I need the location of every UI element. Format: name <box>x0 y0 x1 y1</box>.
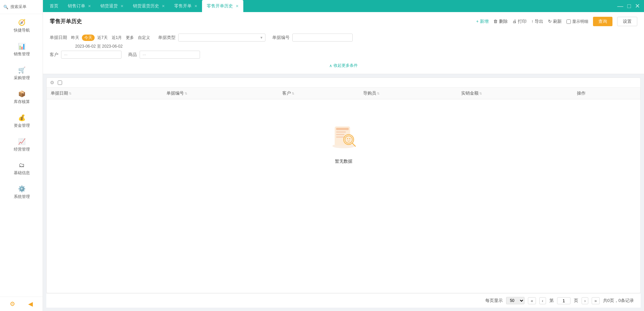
doc-type-label: 单据类型 <box>158 35 176 41</box>
per-page-label: 每页显示 <box>485 298 503 304</box>
date-filter: 单据日期 昨天今天近7天近1月更多自定义 <box>50 35 151 41</box>
collapse-more-btn[interactable]: ∧ 收起更多条件 <box>50 61 637 71</box>
tab-close-sales-return-history[interactable]: ✕ <box>162 4 165 8</box>
show-detail-checkbox-label[interactable]: 显示明细 <box>566 19 588 24</box>
svg-rect-3 <box>336 132 346 133</box>
sys-mgmt-label: 系统管理 <box>14 194 30 200</box>
tab-sales-return-history[interactable]: 销货退货历史✕ <box>128 0 169 12</box>
sidebar-item-sys-mgmt[interactable]: ⚙️系统管理 <box>0 180 43 204</box>
tab-sales-order[interactable]: 销售订单✕ <box>63 0 96 12</box>
per-page-select[interactable]: 102050100 <box>506 297 525 304</box>
page-title: 零售开单历史 <box>50 18 82 25</box>
date-filter-label: 单据日期 <box>50 35 67 41</box>
svg-rect-4 <box>336 134 344 135</box>
tab-label-retail-history: 零售开单历史 <box>207 3 233 9</box>
date-shortcut-更多[interactable]: 更多 <box>125 35 135 41</box>
next-page-btn[interactable]: › <box>582 297 588 304</box>
main-area: 首页销售订单✕销货退货✕销货退货历史✕零售开单✕零售开单历史✕ — □ ✕ 零售… <box>43 0 644 311</box>
settings-footer-icon[interactable]: ⚙ <box>10 300 15 308</box>
first-page-btn[interactable]: « <box>528 297 536 304</box>
collapse-footer-icon[interactable]: ◀ <box>28 300 33 308</box>
customer-filter: 客户 ··· <box>50 51 121 59</box>
query-button[interactable]: 查询 <box>593 17 612 26</box>
col-salesperson[interactable]: 导购员⇅ <box>359 88 457 99</box>
tab-bar: 首页销售订单✕销货退货✕销货退货历史✕零售开单✕零售开单历史✕ — □ ✕ <box>43 0 644 12</box>
filter-row-2: 客户 ··· 商品 ··· <box>50 51 637 59</box>
sidebar-item-base-info[interactable]: 🗂基础信息 <box>0 157 43 180</box>
window-close[interactable]: ✕ <box>635 2 640 10</box>
total-info: 共0页，0条记录 <box>603 298 634 304</box>
table-settings-icon[interactable]: ⚙ <box>50 80 54 85</box>
date-shortcut-自定义[interactable]: 自定义 <box>137 35 151 41</box>
goods-input[interactable]: ··· <box>140 51 200 59</box>
goods-label: 商品 <box>128 52 137 58</box>
doc-no-label: 单据编号 <box>272 35 290 41</box>
sidebar-item-sales-mgmt[interactable]: 📊销售管理 <box>0 38 43 62</box>
sidebar-item-finance[interactable]: 💰资金管理 <box>0 109 43 133</box>
sidebar-search-label: 搜索采单 <box>10 4 27 10</box>
tab-home[interactable]: 首页 <box>45 0 63 12</box>
doc-type-select[interactable]: ▾ <box>178 34 265 42</box>
tab-sales-return[interactable]: 销货退货✕ <box>96 0 128 12</box>
sidebar-search[interactable]: 🔍 搜索采单 <box>0 0 43 14</box>
customer-label: 客户 <box>50 52 58 58</box>
sidebar-nav: 🧭快捷导航📊销售管理🛒采购管理📦库存核算💰资金管理📈经营管理🗂基础信息⚙️系统管… <box>0 14 43 297</box>
date-shortcuts: 昨天今天近7天近1月更多自定义 <box>70 35 151 41</box>
search-icon: 🔍 <box>3 5 8 9</box>
sidebar-item-purchase-mgmt[interactable]: 🛒采购管理 <box>0 62 43 86</box>
sidebar-item-inventory[interactable]: 📦库存核算 <box>0 86 43 109</box>
page-label-before: 第 <box>549 298 554 304</box>
data-table: 单据日期⇅单据编号⇅客户⇅导购员⇅实销金额⇅操作 <box>47 88 640 99</box>
doc-no-input[interactable] <box>292 34 353 42</box>
date-shortcut-近1月[interactable]: 近1月 <box>110 35 123 41</box>
tab-close-sales-order[interactable]: ✕ <box>88 4 91 8</box>
sidebar-footer: ⚙ ◀ <box>0 297 43 311</box>
tab-label-sales-return: 销货退货 <box>100 3 118 9</box>
sales-mgmt-label: 销售管理 <box>14 51 30 57</box>
delete-button[interactable]: 🗑 删除 <box>493 18 508 24</box>
window-maximize[interactable]: □ <box>627 3 631 10</box>
content-area: 零售开单历史 + 新增 🗑 删除 🖨 打印 ↑ 导出 ↻ 刷新 显示明细 查询 … <box>43 12 644 311</box>
print-button[interactable]: 🖨 打印 <box>512 18 527 24</box>
table-scroll[interactable]: 单据日期⇅单据编号⇅客户⇅导购员⇅实销金额⇅操作 <box>47 88 640 293</box>
tab-close-retail-open[interactable]: ✕ <box>194 4 197 8</box>
operations-icon: 📈 <box>18 138 26 145</box>
doc-no-filter: 单据编号 <box>272 34 353 42</box>
empty-text: 暂无数据 <box>335 158 352 164</box>
table-toolbar: ⚙ <box>47 78 640 88</box>
add-button[interactable]: + 新增 <box>476 18 489 24</box>
select-all-checkbox[interactable] <box>58 81 62 85</box>
col-action: 操作 <box>573 88 640 99</box>
col-customer[interactable]: 客户⇅ <box>278 88 359 99</box>
date-shortcut-近7天[interactable]: 近7天 <box>96 35 109 41</box>
base-info-label: 基础信息 <box>14 170 30 176</box>
tab-retail-history[interactable]: 零售开单历史✕ <box>202 0 243 12</box>
date-shortcut-昨天[interactable]: 昨天 <box>70 35 81 41</box>
refresh-button[interactable]: ↻ 刷新 <box>548 18 562 24</box>
date-range-text: 2023-06-02 至 2023-06-02 <box>75 44 122 49</box>
window-minimize[interactable]: — <box>617 3 623 10</box>
inventory-icon: 📦 <box>18 90 26 98</box>
col-amount[interactable]: 实销金额⇅ <box>457 88 573 99</box>
quick-nav-label: 快捷导航 <box>14 28 30 33</box>
show-detail-checkbox[interactable] <box>566 19 571 24</box>
customer-input[interactable]: ··· <box>61 51 121 59</box>
sort-icon-date: ⇅ <box>69 92 71 95</box>
settings-button[interactable]: 设置 <box>617 17 637 26</box>
finance-label: 资金管理 <box>14 123 30 128</box>
tab-close-retail-history[interactable]: ✕ <box>236 4 239 8</box>
show-detail-label: 显示明细 <box>572 19 588 24</box>
col-doc_no[interactable]: 单据编号⇅ <box>162 88 278 99</box>
prev-page-btn[interactable]: ‹ <box>539 297 546 304</box>
tab-close-sales-return[interactable]: ✕ <box>120 4 123 8</box>
page-number-input[interactable] <box>557 297 571 304</box>
tab-retail-open[interactable]: 零售开单✕ <box>169 0 202 12</box>
sidebar-item-quick-nav[interactable]: 🧭快捷导航 <box>0 14 43 38</box>
purchase-mgmt-label: 采购管理 <box>14 75 30 81</box>
last-page-btn[interactable]: » <box>592 297 599 304</box>
col-date[interactable]: 单据日期⇅ <box>47 88 162 99</box>
sidebar-item-operations[interactable]: 📈经营管理 <box>0 133 43 157</box>
export-button[interactable]: ↑ 导出 <box>531 18 543 24</box>
date-shortcut-今天[interactable]: 今天 <box>82 35 95 41</box>
sort-icon-doc_no: ⇅ <box>185 92 187 95</box>
